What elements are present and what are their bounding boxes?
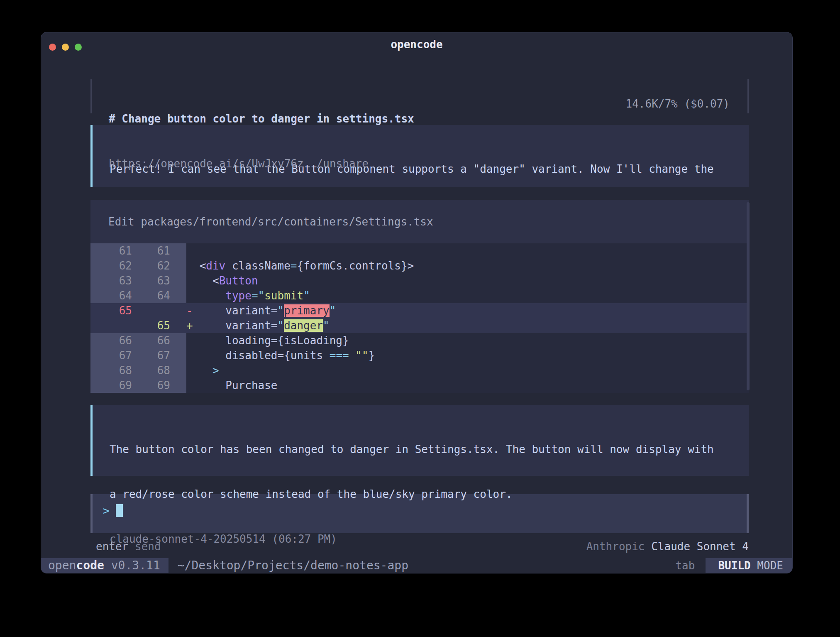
- code-token: }: [369, 349, 375, 362]
- text-cursor: [116, 504, 123, 517]
- code-token: disabled={units: [193, 349, 330, 362]
- share-url-link[interactable]: https://opencode.ai/s/UwJxv76z: [109, 157, 304, 170]
- code-line: type="submit": [193, 288, 749, 303]
- code-token: variant=: [193, 319, 278, 332]
- diff-marker: [186, 363, 193, 378]
- main-content: # Change button color to danger in setti…: [41, 56, 792, 554]
- new-line-number: 68: [132, 363, 170, 378]
- mode-badge[interactable]: BUILD MODE: [706, 558, 792, 573]
- code-line: variant="primary": [193, 303, 749, 318]
- code-line: [193, 243, 749, 258]
- provider-name: Anthropic: [586, 540, 652, 553]
- status-bar: opencode v0.3.11 ~/Desktop/Projects/demo…: [41, 558, 792, 573]
- diff-row: 6262 <div className={formCs.controls}>: [90, 258, 749, 273]
- gutter-padding: [170, 303, 186, 318]
- token-usage-stats: 14.6K/7% ($0.07): [626, 96, 730, 111]
- code-token: ": [303, 289, 310, 302]
- assistant-message: The button color has been changed to dan…: [90, 405, 749, 476]
- edit-tool-header: Edit packages/frontend/src/containers/Se…: [90, 200, 749, 243]
- code-token: ": [278, 304, 284, 317]
- code-line: loading={isLoading}: [193, 333, 749, 348]
- mode-name: BUILD: [718, 559, 750, 572]
- old-line-number: 65: [90, 303, 132, 318]
- enter-key-hint: enter: [96, 540, 128, 553]
- old-line-number: 69: [90, 378, 132, 393]
- edit-tool-block: Edit packages/frontend/src/containers/Se…: [90, 200, 749, 393]
- new-line-number: 62: [132, 258, 170, 273]
- code-line: <div className={formCs.controls}>: [193, 258, 749, 273]
- old-line-number: 66: [90, 333, 132, 348]
- diff-marker: [186, 378, 193, 393]
- diff-marker: [186, 243, 193, 258]
- diff-scrollbar[interactable]: [747, 202, 750, 390]
- code-line: disabled={units === ""}: [193, 348, 749, 363]
- gutter-padding: [170, 288, 186, 303]
- code-token: Button: [219, 274, 258, 287]
- new-line-number: 65: [132, 318, 170, 333]
- app-name-prefix: open: [48, 559, 76, 572]
- old-line-number: 62: [90, 258, 132, 273]
- diff-row: 6767 disabled={units === ""}: [90, 348, 749, 363]
- diff-row: 65- variant="primary": [90, 303, 749, 318]
- tab-key-hint: tab: [675, 558, 706, 573]
- code-token: Purchase: [193, 379, 278, 392]
- working-directory: ~/Desktop/Projects/demo-notes-app: [168, 558, 408, 573]
- code-token: >: [193, 364, 219, 377]
- code-token: [349, 349, 356, 362]
- code-token: className: [225, 260, 291, 272]
- model-indicator: Anthropic Claude Sonnet 4: [586, 539, 749, 554]
- gutter-padding: [170, 258, 186, 273]
- app-name-suffix: code: [76, 559, 104, 572]
- code-token: ===: [330, 349, 349, 362]
- app-version: v0.3.11: [104, 559, 160, 572]
- diff-view: 6161 6262 <div className={formCs.control…: [90, 243, 749, 393]
- gutter-padding: [170, 243, 186, 258]
- diff-marker: +: [186, 318, 193, 333]
- gutter-padding: [170, 348, 186, 363]
- code-token: {formCs.controls}>: [297, 260, 414, 272]
- diff-marker: [186, 258, 193, 273]
- gutter-padding: [170, 378, 186, 393]
- send-hint: enter send: [96, 539, 161, 554]
- diff-row: 6363 <Button: [90, 273, 749, 288]
- code-token: variant=: [193, 304, 278, 317]
- diff-marker: -: [186, 303, 193, 318]
- old-line-number: 68: [90, 363, 132, 378]
- diff-row: 6666 loading={isLoading}: [90, 333, 749, 348]
- status-spacer: [408, 558, 675, 573]
- model-name: Claude Sonnet 4: [651, 540, 749, 553]
- session-header: # Change button color to danger in setti…: [90, 79, 749, 113]
- gutter-padding: [170, 333, 186, 348]
- title-bar[interactable]: opencode: [41, 32, 792, 56]
- old-line-number: 63: [90, 273, 132, 288]
- code-line: >: [193, 363, 749, 378]
- old-line-number: 67: [90, 348, 132, 363]
- new-line-number: 69: [132, 378, 170, 393]
- code-token: =: [252, 289, 258, 302]
- edit-file-path: packages/frontend/src/containers/Setting…: [141, 216, 433, 228]
- code-token: <: [193, 274, 219, 287]
- code-token: loading={isLoading}: [193, 334, 349, 347]
- code-token: submit: [264, 289, 303, 302]
- new-line-number: 67: [132, 348, 170, 363]
- code-token: type: [225, 289, 252, 302]
- code-token: ": [258, 289, 265, 302]
- session-title: # Change button color to danger in setti…: [109, 111, 747, 126]
- code-token: div: [206, 260, 225, 272]
- diff-marker: [186, 288, 193, 303]
- diff-row: 6161: [90, 243, 749, 258]
- new-line-number: [132, 303, 170, 318]
- code-line: Purchase: [193, 378, 749, 393]
- new-line-number: 61: [132, 243, 170, 258]
- send-action-hint: send: [128, 540, 161, 553]
- code-token: "": [355, 349, 368, 362]
- new-line-number: 66: [132, 333, 170, 348]
- session-share-line: https://opencode.ai/s/UwJxv76z/unshare: [109, 156, 747, 171]
- old-line-number: 61: [90, 243, 132, 258]
- diff-row: 6868 >: [90, 363, 749, 378]
- code-token: [193, 289, 225, 302]
- code-token: ": [330, 304, 336, 317]
- diff-row: 6969 Purchase: [90, 378, 749, 393]
- unshare-command[interactable]: /unshare: [317, 157, 369, 170]
- prompt-symbol: >: [103, 504, 110, 517]
